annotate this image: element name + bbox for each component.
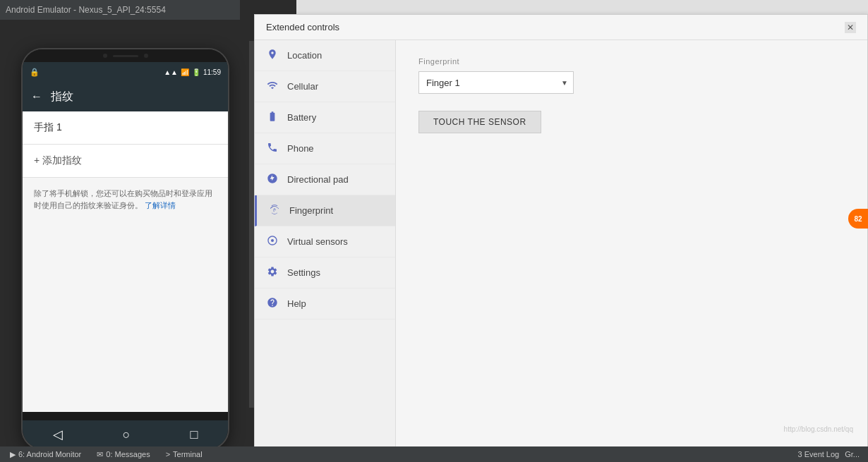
phone-description: 除了将手机解锁，您还可以在购买物品时和登录应用时使用自己的指纹来验证身份。 了解… <box>23 178 228 221</box>
sidebar-item-fingerprint[interactable]: Fingerprint <box>255 195 395 226</box>
close-button[interactable]: ✕ <box>845 22 856 33</box>
phone-notch <box>23 49 228 62</box>
phone-camera2 <box>144 54 148 58</box>
extended-controls-body: Location Cellular Battery Phone <box>255 40 867 451</box>
svg-point-0 <box>271 239 274 242</box>
sidebar-item-cellular-label: Cellular <box>287 81 318 92</box>
android-monitor-label: 6: Android Monitor <box>18 450 81 458</box>
sidebar-item-phone[interactable]: Phone <box>255 133 395 164</box>
phone-nav-bar: ◁ ○ □ <box>23 420 228 449</box>
phone-icon <box>266 142 279 155</box>
phone-battery: 🔋 <box>192 68 200 76</box>
fingerprint-section-label: Fingerprint <box>418 57 845 66</box>
gr-tab[interactable]: Gr... <box>845 450 860 458</box>
phone-frame: 🔒 ▲▲ 📶 🔋 11:59 ← 指纹 手指 1 + 添加指纹 除了将手机解锁，… <box>21 48 229 450</box>
virtual-sensors-icon <box>266 235 279 248</box>
phone-wifi: 📶 <box>181 68 189 76</box>
title-bar: Android Emulator - Nexus_5_API_24:5554 <box>0 0 240 20</box>
phone-lock-icon: 🔒 <box>30 68 40 77</box>
phone-camera <box>103 54 107 58</box>
title-bar-text: Android Emulator - Nexus_5_API_24:5554 <box>6 5 166 15</box>
settings-icon <box>266 266 279 279</box>
sidebar-item-virtual-sensors-label: Virtual sensors <box>287 236 348 247</box>
event-log-tab[interactable]: 3 Event Log <box>798 450 840 458</box>
sidebar-item-location-label: Location <box>287 50 322 61</box>
badge-number: 82 <box>854 215 862 223</box>
terminal-label: Terminal <box>173 450 203 458</box>
bottom-status-bar: ▶ 6: Android Monitor ✉ 0: Messages > Ter… <box>0 446 868 462</box>
extended-controls-panel: Extended controls ✕ Location Cellular <box>254 14 868 451</box>
phone-page-title: 指纹 <box>51 90 219 104</box>
sidebar-item-settings[interactable]: Settings <box>255 257 395 288</box>
sidebar-nav: Location Cellular Battery Phone <box>255 40 396 451</box>
terminal-icon: > <box>166 450 170 458</box>
fingerprint-select[interactable]: Finger 1 Finger 2 Finger 3 Finger 4 Fing… <box>418 71 574 94</box>
bottom-right-tabs: 3 Event Log Gr... <box>798 450 866 458</box>
sidebar-item-battery-label: Battery <box>287 112 316 123</box>
phone-nav-recent[interactable]: □ <box>191 427 198 442</box>
messages-label: 0: Messages <box>106 450 150 458</box>
learn-more-link[interactable]: 了解详情 <box>145 201 176 209</box>
sidebar-item-help-label: Help <box>287 298 306 309</box>
phone-speaker <box>113 55 138 57</box>
touch-sensor-button[interactable]: TOUCH THE SENSOR <box>418 111 541 133</box>
sidebar-item-directional-pad-label: Directional pad <box>287 174 349 185</box>
sidebar-item-virtual-sensors[interactable]: Virtual sensors <box>255 226 395 257</box>
phone-status-bar: 🔒 ▲▲ 📶 🔋 11:59 <box>23 62 228 82</box>
sidebar-item-fingerprint-label: Fingerprint <box>289 205 333 216</box>
sidebar-item-phone-label: Phone <box>287 143 314 154</box>
sidebar-item-help[interactable]: Help <box>255 288 395 320</box>
add-fingerprint-item[interactable]: + 添加指纹 <box>23 145 228 178</box>
orange-badge[interactable]: 82 <box>848 209 868 229</box>
help-icon <box>266 297 279 310</box>
main-content-area: Fingerprint Finger 1 Finger 2 Finger 3 F… <box>396 40 867 451</box>
sidebar-item-location[interactable]: Location <box>255 40 395 71</box>
sidebar-item-directional-pad[interactable]: Directional pad <box>255 164 395 195</box>
fingerprint-select-wrapper: Finger 1 Finger 2 Finger 3 Finger 4 Fing… <box>418 71 574 94</box>
android-monitor-tab[interactable]: ▶ 6: Android Monitor <box>3 446 88 462</box>
directional-pad-icon <box>266 173 279 186</box>
phone-signal: ▲▲ <box>164 68 178 76</box>
extended-controls-title: Extended controls <box>266 22 339 32</box>
sidebar-item-settings-label: Settings <box>287 267 320 278</box>
finger1-item: 手指 1 <box>23 111 228 145</box>
terminal-tab[interactable]: > Terminal <box>159 446 210 462</box>
phone-back-arrow[interactable]: ← <box>31 90 42 103</box>
sidebar-item-battery[interactable]: Battery <box>255 102 395 133</box>
phone-nav-back[interactable]: ◁ <box>53 427 63 442</box>
phone-content: 手指 1 + 添加指纹 除了将手机解锁，您还可以在购买物品时和登录应用时使用自己… <box>23 111 228 412</box>
phone-nav-home[interactable]: ○ <box>123 427 131 442</box>
phone-status-right: ▲▲ 📶 🔋 11:59 <box>164 68 221 76</box>
messages-icon: ✉ <box>97 450 103 459</box>
phone-toolbar: ← 指纹 <box>23 82 228 111</box>
cellular-icon <box>266 80 279 93</box>
extended-controls-title-bar: Extended controls ✕ <box>255 15 867 40</box>
android-monitor-icon: ▶ <box>10 450 16 459</box>
sidebar-item-cellular[interactable]: Cellular <box>255 71 395 102</box>
battery-icon <box>266 111 279 124</box>
watermark: http://blog.csdn.net/qq <box>784 425 853 433</box>
location-icon <box>266 49 279 62</box>
messages-tab[interactable]: ✉ 0: Messages <box>90 446 157 462</box>
fingerprint-icon <box>268 204 281 217</box>
phone-time: 11:59 <box>203 68 221 76</box>
